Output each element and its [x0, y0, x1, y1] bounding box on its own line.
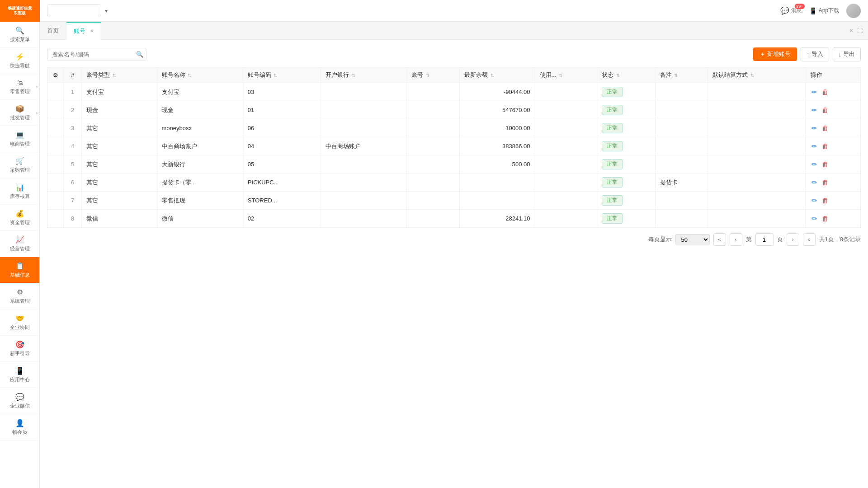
- ecommerce-label: 电商管理: [10, 141, 30, 147]
- sidebar-item-wholesale[interactable]: 📦 批发管理 ›: [0, 100, 39, 126]
- col-type-header[interactable]: 账号类型 ⇅: [82, 67, 157, 83]
- sidebar-item-retail[interactable]: 🛍 零售管理 ›: [0, 74, 39, 100]
- sort-icon-bank: ⇅: [352, 73, 355, 78]
- edit-button-6[interactable]: ✏: [811, 196, 818, 206]
- first-page-button[interactable]: «: [713, 233, 726, 246]
- row-balance-6: [460, 192, 535, 210]
- col-status-label: 状态: [602, 71, 613, 78]
- delete-button-7[interactable]: 🗑: [821, 214, 830, 223]
- col-code-header[interactable]: 账号编码 ⇅: [243, 67, 321, 83]
- app-download-button[interactable]: 📱 App下载: [809, 7, 839, 14]
- row-remarks-6: [655, 192, 708, 210]
- message-button[interactable]: 💬 消息 99+: [780, 6, 802, 15]
- col-settings-header[interactable]: ⚙: [47, 67, 64, 83]
- export-button[interactable]: ↓ 导出: [833, 47, 861, 61]
- row-code-7: 02: [243, 210, 321, 228]
- row-status-7: 正常: [597, 210, 655, 228]
- search-input[interactable]: [47, 48, 132, 61]
- last-page-button[interactable]: »: [803, 233, 816, 246]
- sidebar-item-inventory[interactable]: 📊 库存核算: [0, 178, 39, 205]
- page-number-input[interactable]: [755, 233, 774, 246]
- col-type-label: 账号类型: [86, 71, 110, 78]
- system-label: 系统管理: [10, 298, 30, 305]
- edit-button-5[interactable]: ✏: [811, 178, 818, 188]
- col-name-header[interactable]: 账号名称 ⇅: [157, 67, 243, 83]
- row-default-settlement-3: [708, 137, 806, 155]
- sidebar-item-enterprise-wechat[interactable]: 💬 企业微信: [0, 388, 39, 414]
- sidebar-item-search-menu[interactable]: 🔍 搜索菜单: [0, 22, 39, 48]
- status-badge-5: 正常: [602, 177, 623, 188]
- sidebar-item-business[interactable]: 📈 经营管理: [0, 231, 39, 257]
- edit-button-0[interactable]: ✏: [811, 87, 818, 97]
- topbar-search-input[interactable]: [47, 5, 101, 17]
- avatar[interactable]: [846, 4, 861, 18]
- row-usage-1: [535, 101, 597, 119]
- search-button[interactable]: 🔍: [132, 48, 146, 61]
- topbar-dropdown[interactable]: ▾: [105, 8, 108, 14]
- edit-button-7[interactable]: ✏: [811, 214, 818, 224]
- sidebar-item-enterprise-agreement[interactable]: 🤝 企业协同: [0, 310, 39, 336]
- edit-button-2[interactable]: ✏: [811, 123, 818, 133]
- sidebar-item-new-guide[interactable]: 🎯 新手引导: [0, 336, 39, 362]
- sort-icon-name: ⇅: [188, 73, 191, 78]
- row-usage-5: [535, 174, 597, 192]
- edit-button-4[interactable]: ✏: [811, 160, 818, 169]
- col-balance-header[interactable]: 最新余额 ⇅: [460, 67, 535, 83]
- sidebar-item-basic-info[interactable]: 📋 基础信息: [0, 257, 39, 283]
- table-row: 1 支付宝 支付宝 03 -90444.00 正常 ✏ 🗑: [47, 83, 861, 101]
- sidebar-item-system[interactable]: ⚙ 系统管理: [0, 283, 39, 310]
- basic-info-label: 基础信息: [10, 272, 30, 278]
- row-type-6: 其它: [82, 192, 157, 210]
- add-account-button[interactable]: ＋ 新增账号: [753, 47, 797, 61]
- delete-button-1[interactable]: 🗑: [821, 105, 830, 115]
- col-remarks-label: 备注: [660, 71, 672, 78]
- prev-page-button[interactable]: ‹: [730, 233, 742, 246]
- delete-button-5[interactable]: 🗑: [821, 178, 830, 187]
- delete-button-3[interactable]: 🗑: [821, 141, 830, 151]
- tab-home[interactable]: 首页: [40, 22, 66, 40]
- dropdown-arrow-icon: ▾: [105, 8, 108, 14]
- col-bank-header[interactable]: 开户银行 ⇅: [321, 67, 407, 83]
- edit-button-3[interactable]: ✏: [811, 141, 818, 151]
- business-label: 经营管理: [10, 245, 30, 252]
- row-actions-2: ✏ 🗑: [806, 119, 860, 137]
- edit-button-1[interactable]: ✏: [811, 105, 818, 115]
- delete-button-2[interactable]: 🗑: [821, 123, 830, 133]
- sidebar-item-ecommerce[interactable]: 💻 电商管理: [0, 126, 39, 152]
- maximize-icon[interactable]: ⛶: [857, 28, 863, 34]
- row-type-4: 其它: [82, 155, 157, 174]
- row-account-4: [407, 155, 460, 174]
- finance-label: 资金管理: [10, 219, 30, 226]
- tab-account-close[interactable]: ✕: [90, 28, 94, 33]
- sidebar-item-purchase[interactable]: 🛒 采购管理: [0, 152, 39, 178]
- col-remarks-header[interactable]: 备注 ⇅: [655, 67, 708, 83]
- sidebar-item-app-center[interactable]: 📱 应用中心: [0, 362, 39, 388]
- topbar-left: ▾: [47, 5, 108, 17]
- minimize-icon[interactable]: ✕: [849, 28, 854, 34]
- sidebar-item-quick-nav[interactable]: ⚡ 快捷导航: [0, 48, 39, 74]
- import-button[interactable]: ↑ 导入: [801, 47, 829, 61]
- tab-expand-buttons: ✕ ⛶: [844, 28, 868, 34]
- next-page-button[interactable]: ›: [787, 233, 799, 246]
- table-row: 3 其它 moneybosx 06 10000.00 正常 ✏ 🗑: [47, 119, 861, 137]
- sidebar-item-finance[interactable]: 💰 资金管理: [0, 205, 39, 231]
- col-status-header[interactable]: 状态 ⇅: [597, 67, 655, 83]
- table-row: 2 现金 现金 01 547670.00 正常 ✏ 🗑: [47, 101, 861, 119]
- per-page-label: 每页显示: [648, 235, 672, 244]
- tab-account[interactable]: 账号 ✕: [66, 22, 101, 40]
- row-settings-2: [47, 119, 64, 137]
- quick-nav-label: 快捷导航: [10, 62, 30, 69]
- status-badge-6: 正常: [602, 195, 623, 206]
- delete-button-4[interactable]: 🗑: [821, 160, 830, 169]
- table-header-row: ⚙ # 账号类型 ⇅ 账号名称 ⇅ 账号编码 ⇅: [47, 67, 861, 83]
- per-page-select[interactable]: 50 20 100: [675, 234, 710, 245]
- sidebar-item-member[interactable]: 👤 畅会员: [0, 414, 39, 441]
- col-default-settlement-header[interactable]: 默认结算方式 ⇅: [708, 67, 806, 83]
- delete-button-6[interactable]: 🗑: [821, 196, 830, 205]
- row-type-3: 其它: [82, 137, 157, 155]
- col-account-header[interactable]: 账号 ⇅: [407, 67, 460, 83]
- sort-icon-code: ⇅: [274, 73, 277, 78]
- row-bank-5: [321, 174, 407, 192]
- col-usage-header[interactable]: 使用... ⇅: [535, 67, 597, 83]
- delete-button-0[interactable]: 🗑: [821, 87, 830, 97]
